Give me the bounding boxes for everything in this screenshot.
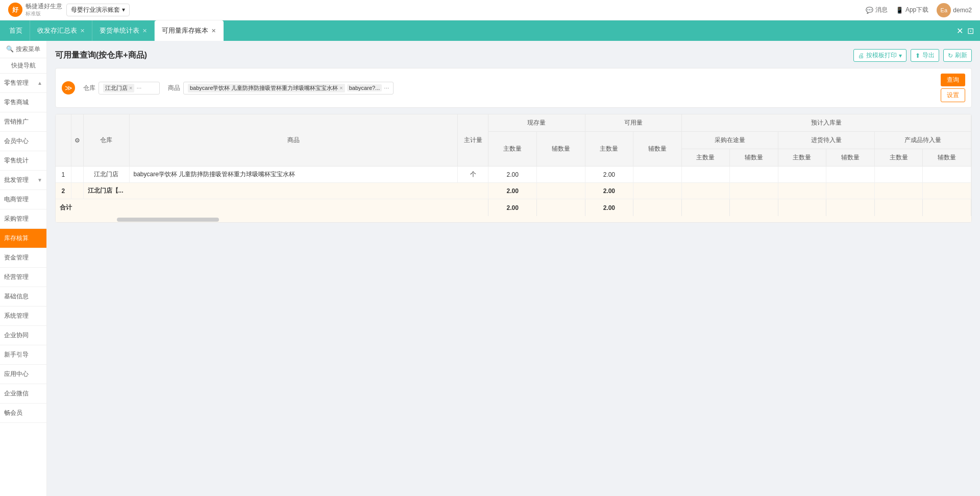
filter-actions: 查询 设置	[941, 74, 965, 102]
print-dropdown-icon: ▾	[899, 52, 902, 59]
col-stock-main: 主数量	[488, 132, 537, 167]
avatar: Ea	[937, 3, 951, 17]
warehouse-more[interactable]: ···	[136, 84, 141, 91]
tab-receipts[interactable]: 收发存汇总表 ✕	[30, 20, 92, 41]
cell-seq: 1	[56, 167, 71, 183]
app-download-label: App下载	[905, 6, 928, 14]
col-settings[interactable]: ⚙	[71, 114, 83, 167]
tab-home[interactable]: 首页	[2, 20, 30, 41]
sidebar-item-vip[interactable]: 畅会员	[0, 404, 46, 423]
cell-product: babycare学饮杯 儿童防摔防撞吸管杯重力球吸嘴杯宝宝水杯	[129, 167, 458, 183]
sidebar-item-marketing[interactable]: 营销推广	[0, 112, 46, 132]
sidebar-item-app-center[interactable]: 应用中心	[0, 365, 46, 384]
refresh-icon: ↻	[948, 52, 953, 59]
product-tag1-remove[interactable]: ×	[339, 85, 342, 91]
cell-purchase-in-main	[681, 167, 730, 183]
product-input[interactable]: babycare学饮杯 儿童防摔防撞吸管杯重力球吸嘴杯宝宝水杯 × babyca…	[183, 82, 394, 95]
app-download-btn[interactable]: 📱 App下载	[896, 6, 928, 14]
sidebar-item-warehouse-label: 库存核算	[4, 234, 29, 243]
tab-receipts-close[interactable]: ✕	[80, 28, 85, 34]
sidebar-item-system-label: 系统管理	[4, 312, 29, 320]
top-bar-left: 好 畅捷通好生意 标准版 母婴行业演示账套 ▾	[8, 3, 130, 17]
sidebar-nav[interactable]: 快捷导航	[0, 58, 46, 74]
refresh-btn[interactable]: ↻ 刷新	[943, 49, 972, 62]
sidebar-item-ecommerce[interactable]: 电商管理	[0, 190, 46, 209]
sidebar-item-retail-mgmt[interactable]: 零售管理 ▲	[0, 74, 46, 93]
sidebar-item-member[interactable]: 会员中心	[0, 132, 46, 151]
horizontal-scrollbar[interactable]	[117, 218, 219, 222]
settings-icon: ⚙	[75, 137, 80, 144]
sidebar-item-purchase[interactable]: 采购管理	[0, 209, 46, 229]
sidebar-item-wholesale[interactable]: 批发管理 ▼	[0, 171, 46, 190]
logo-text: 畅捷通好生意	[26, 3, 62, 10]
footer-i-main	[778, 199, 826, 217]
sidebar-item-guide[interactable]: 新手引导	[0, 345, 46, 365]
sidebar-item-retail-mall[interactable]: 零售商城	[0, 93, 46, 112]
warehouse-tag: 江北门店 ×	[103, 84, 134, 92]
col-warehouse: 仓库	[83, 114, 129, 167]
sidebar-item-system[interactable]: 系统管理	[0, 306, 46, 326]
sidebar-item-operations-label: 经营管理	[4, 273, 29, 281]
data-table: ⚙ 仓库 商品 主计量 现存量 可用量 预计入库量 主数量 辅数量	[56, 114, 971, 222]
product-more[interactable]: ···	[384, 84, 389, 91]
footer-avail-main: 2.00	[585, 199, 633, 217]
footer-row: 合计 2.00 2.00	[56, 199, 971, 217]
phone-icon: 📱	[896, 7, 903, 14]
sidebar-item-retail-mgmt-label: 零售管理	[4, 79, 29, 87]
footer-i-aux	[826, 199, 875, 217]
filter-toggle-btn[interactable]: ≫	[62, 81, 75, 95]
sidebar-search[interactable]: 🔍 搜索菜单	[0, 41, 46, 58]
subtotal-p-main	[681, 183, 730, 199]
footer-p-aux	[730, 199, 778, 217]
tab-inventory-close[interactable]: ✕	[211, 28, 216, 34]
chevron-down-icon: ▼	[37, 177, 42, 183]
print-btn[interactable]: 🖨 按模板打印 ▾	[853, 49, 906, 62]
col-stock-group: 现存量	[488, 114, 585, 132]
industry-label: 母婴行业演示账套	[71, 6, 120, 14]
sidebar-item-enterprise-label: 企业协同	[4, 331, 29, 340]
sidebar-item-wechat[interactable]: 企业微信	[0, 384, 46, 404]
sidebar-item-warehouse[interactable]: 库存核算	[0, 229, 46, 248]
sidebar-item-basic-info[interactable]: 基础信息	[0, 287, 46, 306]
settings-button[interactable]: 设置	[941, 88, 965, 102]
sidebar-item-enterprise[interactable]: 企业协同	[0, 326, 46, 345]
dropdown-icon: ▾	[122, 6, 125, 13]
subtotal-seq: 2	[56, 183, 71, 199]
tab-orders-close[interactable]: ✕	[142, 28, 147, 34]
table-wrapper: ⚙ 仓库 商品 主计量 现存量 可用量 预计入库量 主数量 辅数量	[55, 114, 972, 223]
export-btn[interactable]: ⬆ 导出	[911, 49, 939, 62]
warehouse-input[interactable]: 江北门店 × ···	[99, 82, 160, 95]
tab-inventory[interactable]: 可用量库存账本 ✕	[155, 20, 224, 41]
warehouse-tag-remove[interactable]: ×	[129, 85, 132, 91]
sidebar-item-retail-stats[interactable]: 零售统计	[0, 151, 46, 171]
top-bar: 好 畅捷通好生意 标准版 母婴行业演示账套 ▾ 💬 消息 📱 App下载 Ea …	[0, 0, 980, 20]
subtotal-prod-aux	[923, 183, 971, 199]
page-content: 可用量查询(按仓库+商品) 🖨 按模板打印 ▾ ⬆ 导出 ↻ 刷新	[47, 41, 980, 231]
sidebar-item-finance[interactable]: 资金管理	[0, 248, 46, 268]
cell-stock-aux	[536, 167, 585, 183]
cell-unit: 个	[458, 167, 488, 183]
query-button[interactable]: 查询	[941, 74, 965, 86]
tab-orders-label: 要货单统计表	[100, 26, 139, 35]
tab-inventory-label: 可用量库存账本	[162, 26, 208, 35]
cell-row-settings	[71, 167, 83, 183]
col-incoming-main: 主数量	[778, 149, 826, 167]
logo-area: 好 畅捷通好生意 标准版	[8, 3, 62, 17]
subtotal-stock-main: 2.00	[488, 183, 537, 199]
footer-p-main	[681, 199, 730, 217]
warehouse-label: 仓库	[83, 84, 95, 92]
industry-select[interactable]: 母婴行业演示账套 ▾	[66, 4, 130, 16]
export-label: 导出	[922, 51, 935, 60]
product-label: 商品	[168, 84, 180, 92]
maximize-btn[interactable]: ⊡	[967, 26, 974, 36]
message-btn[interactable]: 💬 消息	[866, 6, 888, 14]
logo-icon: 好	[8, 3, 22, 17]
user-area[interactable]: Ea demo2	[937, 3, 972, 17]
tab-orders[interactable]: 要货单统计表 ✕	[92, 20, 155, 41]
close-window-btn[interactable]: ✕	[957, 26, 963, 36]
col-purchase-in-aux: 辅数量	[730, 149, 778, 167]
sidebar-item-operations[interactable]: 经营管理	[0, 268, 46, 287]
cell-stock-main: 2.00	[488, 167, 537, 183]
col-seq	[56, 114, 71, 167]
subtotal-avail-main: 2.00	[585, 183, 633, 199]
